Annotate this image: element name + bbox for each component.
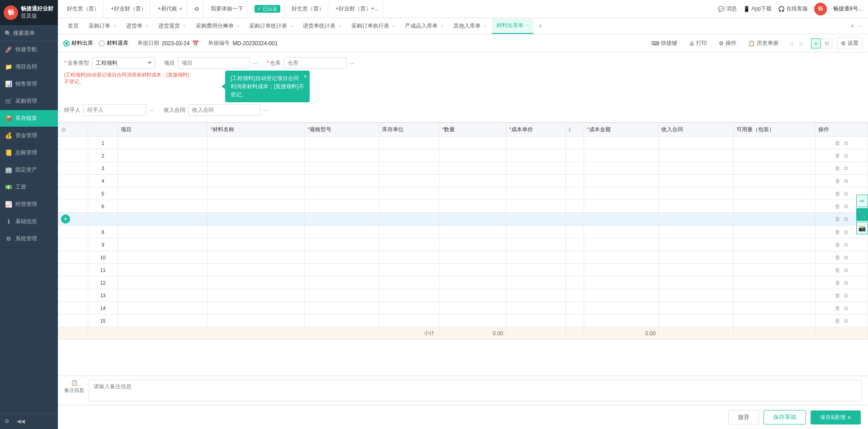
copy-icon-12[interactable]: ⧉: [844, 280, 848, 286]
radio-material-out[interactable]: 材料出库: [63, 39, 93, 47]
tab-goods-return[interactable]: 进货退货 ×: [154, 19, 190, 34]
copy-icon-8[interactable]: ⧉: [844, 229, 848, 235]
delete-icon-4[interactable]: 🗑: [835, 178, 840, 184]
tab-goods-stat-close[interactable]: ×: [339, 24, 341, 29]
topbar-nav-settings[interactable]: ⚙: [191, 0, 203, 18]
copy-icon-9[interactable]: ⧉: [844, 242, 848, 248]
warehouse-input[interactable]: [283, 57, 347, 69]
discard-button[interactable]: 放弃: [728, 410, 759, 424]
income-contract-dots[interactable]: ···: [263, 106, 269, 114]
print-btn[interactable]: 🖨 打印: [685, 38, 711, 49]
delete-icon-9[interactable]: 🗑: [835, 242, 840, 248]
settings-icon[interactable]: ⚙: [5, 418, 9, 424]
right-tool-attach[interactable]: 📎: [856, 208, 868, 221]
copy-icon-4[interactable]: ⧉: [844, 178, 848, 184]
tab-goods-return-close[interactable]: ×: [183, 24, 186, 29]
tab-finished-goods[interactable]: 产成品入库单 ×: [401, 19, 448, 34]
tab-goods-stat[interactable]: 进货单统计表 ×: [298, 19, 346, 34]
income-contract-input[interactable]: [188, 104, 260, 116]
tab-purchase-order[interactable]: 采购订单 ×: [84, 19, 121, 34]
tab-other-inbound[interactable]: 其他入库单 ×: [449, 19, 491, 34]
copy-icon-1[interactable]: ⧉: [844, 140, 848, 146]
topbar-nav-haoshengyi[interactable]: 好生意（普）: [63, 0, 104, 18]
project-input[interactable]: [178, 57, 250, 69]
delete-icon-11[interactable]: 🗑: [835, 267, 840, 273]
history-btn[interactable]: 📋 历史单据: [745, 38, 782, 49]
sidebar-item-purchase[interactable]: 🛒 采购管理: [0, 93, 58, 110]
handler-input[interactable]: [83, 104, 146, 116]
delete-icon-15[interactable]: 🗑: [835, 318, 840, 324]
copy-icon-15[interactable]: ⧉: [844, 318, 848, 324]
delete-icon-7[interactable]: 🗑: [835, 216, 840, 222]
sidebar-item-operations[interactable]: 📈 经营管理: [0, 196, 58, 213]
delete-icon-1[interactable]: 🗑: [835, 140, 840, 146]
topbar-nav-haoyecai[interactable]: +好业财（普）: [107, 0, 151, 18]
copy-icon-2[interactable]: ⧉: [844, 153, 848, 159]
collapse-icon[interactable]: ◀◀: [17, 418, 25, 424]
sidebar-item-project[interactable]: 📁 项目合同: [0, 58, 58, 76]
online-support-btn[interactable]: 🎧 在线客服: [778, 5, 808, 13]
cell-spec-1[interactable]: [305, 137, 379, 149]
tab-expense-alloc-close[interactable]: ×: [237, 24, 240, 29]
search-menu[interactable]: 🔍 搜索菜单: [0, 26, 58, 41]
save-new-button[interactable]: 保存&新增 ∨: [811, 410, 861, 424]
delete-icon-13[interactable]: 🗑: [835, 292, 840, 299]
sidebar-item-finance[interactable]: 💰 资金管理: [0, 127, 58, 144]
sidebar-item-basic[interactable]: ℹ 基础信息: [0, 213, 58, 230]
app-download-btn[interactable]: 📱 App下载: [743, 5, 772, 13]
settings-btn[interactable]: ⚙ 设置: [837, 37, 863, 49]
copy-icon-10[interactable]: ⧉: [844, 254, 848, 261]
delete-icon-8[interactable]: 🗑: [835, 229, 840, 235]
sidebar-item-assets[interactable]: 🏢 固定资产: [0, 162, 58, 179]
biz-type-select[interactable]: 工程领料 直接领料: [92, 57, 155, 69]
tab-purchase-stat-close[interactable]: ×: [290, 24, 293, 29]
tab-goods-receipt-close[interactable]: ×: [146, 24, 148, 29]
delete-icon-5[interactable]: 🗑: [835, 191, 840, 197]
next-page-btn[interactable]: ▷: [797, 39, 807, 48]
calendar-icon[interactable]: 📅: [192, 40, 199, 47]
tab-expense-alloc[interactable]: 采购费用分摊单 ×: [191, 19, 244, 34]
cell-income-1[interactable]: [659, 137, 733, 149]
copy-icon-5[interactable]: ⧉: [844, 191, 848, 197]
shortcut-btn[interactable]: ⌨ 快捷键: [648, 38, 681, 49]
message-btn[interactable]: 💬 消息: [718, 5, 737, 13]
copy-icon-3[interactable]: ⧉: [844, 165, 848, 172]
sidebar-item-system[interactable]: ⚙ 系统管理: [0, 230, 58, 248]
tab-material-outbound-close[interactable]: ×: [527, 23, 529, 28]
warehouse-dots[interactable]: ···: [349, 59, 355, 67]
topbar-certified-badge[interactable]: ✓ 已认证: [251, 0, 284, 18]
tab-home[interactable]: 首页: [63, 19, 83, 34]
grid-view-btn[interactable]: ⊞: [821, 38, 832, 48]
avatar[interactable]: 畅: [814, 3, 827, 15]
more-tabs-icon[interactable]: ⋯: [857, 23, 863, 29]
cell-cost-1[interactable]: [506, 137, 566, 149]
topbar-nav-haoshengyi2[interactable]: 好生意（普）: [288, 0, 328, 18]
delete-icon-3[interactable]: 🗑: [835, 165, 840, 172]
right-tool-screen[interactable]: 📸: [856, 222, 868, 234]
cell-qty-1[interactable]: [439, 137, 506, 149]
radio-material-return[interactable]: 材料退库: [99, 39, 128, 47]
copy-icon-14[interactable]: ⧉: [844, 305, 848, 311]
right-tool-edit[interactable]: ✏: [856, 195, 868, 207]
sidebar-item-inventory[interactable]: 📦 库存核算: [0, 110, 58, 127]
delete-icon-6[interactable]: 🗑: [835, 203, 840, 210]
topbar-nav-yidaizhang[interactable]: +易代账 ▼: [154, 0, 187, 18]
tab-add-btn[interactable]: +: [534, 22, 546, 30]
active-material-input[interactable]: [210, 216, 302, 222]
tab-purchase-order-close[interactable]: ×: [113, 24, 116, 29]
list-view-btn[interactable]: ≡: [811, 38, 821, 48]
copy-icon-7[interactable]: ⧉: [844, 216, 848, 222]
tab-finished-goods-close[interactable]: ×: [441, 24, 443, 29]
copy-icon-6[interactable]: ⧉: [844, 203, 848, 210]
tab-goods-receipt[interactable]: 进货单 ×: [122, 19, 153, 34]
tab-material-outbound[interactable]: 材料出库单 ×: [492, 19, 534, 34]
sidebar-item-ledger[interactable]: 📒 总账管理: [0, 144, 58, 162]
topbar-nav-more[interactable]: +好业财（普）+...: [332, 0, 383, 18]
sidebar-item-shortcut[interactable]: 🚀 快捷导航: [0, 41, 58, 58]
cell-cost-amt-1[interactable]: [584, 137, 659, 149]
delete-icon-2[interactable]: 🗑: [835, 153, 840, 159]
active-project-input[interactable]: [121, 216, 204, 222]
copy-icon-11[interactable]: ⧉: [844, 267, 848, 273]
tab-other-inbound-close[interactable]: ×: [484, 24, 486, 29]
add-row-btn[interactable]: +: [61, 214, 70, 224]
